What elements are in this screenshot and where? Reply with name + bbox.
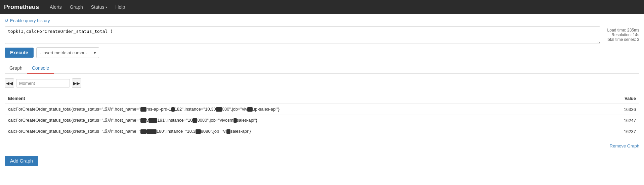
cell-value: 16247 — [599, 115, 639, 126]
redacted-text — [146, 129, 157, 134]
total-series-stat: Total time series: 3 — [606, 37, 639, 42]
add-graph-button[interactable]: Add Graph — [5, 156, 38, 166]
column-value: Value — [599, 93, 639, 104]
metric-dropdown-arrow-icon: ▾ — [94, 50, 96, 55]
cell-element: calcForCreateOrder_status_total{create_s… — [5, 126, 599, 137]
query-stats: Load time: 235ms Resolution: 14s Total t… — [606, 26, 639, 42]
table-row: calcForCreateOrder_status_total{create_s… — [5, 104, 639, 115]
next-time-button[interactable]: ▶▶ — [72, 78, 81, 88]
prev-time-button[interactable]: ◀◀ — [5, 78, 14, 88]
redacted-text — [171, 107, 175, 112]
tab-bar: Graph Console — [5, 63, 639, 74]
redacted-text — [247, 107, 253, 112]
redacted-text — [140, 129, 146, 134]
time-nav: ◀◀ ▶▶ — [5, 78, 639, 88]
redacted-text — [216, 107, 222, 112]
resolution-stat: Resolution: 14s — [606, 33, 639, 37]
metric-selector-group: - insert metric at cursor - ▾ — [36, 47, 99, 58]
redacted-text — [140, 107, 146, 112]
navbar: Prometheus Alerts Graph Status ▾ Help — [0, 0, 644, 14]
execute-row: Execute - insert metric at cursor - ▾ — [5, 47, 639, 58]
query-area: Load time: 235ms Resolution: 14s Total t… — [5, 26, 639, 44]
navbar-item-alerts[interactable]: Alerts — [46, 0, 66, 14]
navbar-item-help[interactable]: Help — [111, 0, 129, 14]
bottom-bar: Remove Graph — [5, 140, 639, 152]
moment-input[interactable] — [16, 79, 70, 87]
cell-value: 16336 — [599, 104, 639, 115]
history-icon: ↺ — [5, 18, 8, 23]
navbar-item-graph[interactable]: Graph — [66, 0, 87, 14]
load-time-stat: Load time: 235ms — [606, 28, 639, 33]
status-caret-icon: ▾ — [105, 5, 107, 9]
results-table: Element Value calcForCreateOrder_status_… — [5, 93, 639, 137]
redacted-text — [148, 118, 157, 123]
redacted-text — [196, 129, 201, 134]
table-header-row: Element Value — [5, 93, 639, 104]
redacted-text — [226, 129, 230, 134]
main-content: ↺ Enable query history Load time: 235ms … — [0, 14, 644, 174]
redacted-text — [233, 118, 237, 123]
cell-element: calcForCreateOrder_status_total{create_s… — [5, 115, 599, 126]
metric-selector-label: - insert metric at cursor - — [37, 50, 91, 55]
navbar-item-status[interactable]: Status ▾ — [87, 4, 112, 10]
metric-selector-dropdown-button[interactable]: ▾ — [91, 48, 99, 58]
prev-arrow-icon: ◀◀ — [6, 81, 13, 86]
redacted-text — [140, 118, 146, 123]
tab-graph[interactable]: Graph — [5, 63, 27, 73]
query-textarea[interactable] — [5, 26, 600, 44]
next-arrow-icon: ▶▶ — [73, 81, 80, 86]
cell-element: calcForCreateOrder_status_total{create_s… — [5, 104, 599, 115]
table-row: calcForCreateOrder_status_total{create_s… — [5, 115, 639, 126]
remove-graph-link[interactable]: Remove Graph — [610, 143, 639, 148]
enable-query-history-link[interactable]: ↺ Enable query history — [5, 18, 639, 23]
redacted-text — [192, 118, 197, 123]
tab-console[interactable]: Console — [27, 63, 54, 73]
column-element: Element — [5, 93, 599, 104]
add-graph-section: Add Graph — [5, 152, 639, 170]
navbar-brand: Prometheus — [4, 4, 39, 11]
cell-value: 16237 — [599, 126, 639, 137]
table-row: calcForCreateOrder_status_total{create_s… — [5, 126, 639, 137]
execute-button[interactable]: Execute — [5, 48, 34, 58]
